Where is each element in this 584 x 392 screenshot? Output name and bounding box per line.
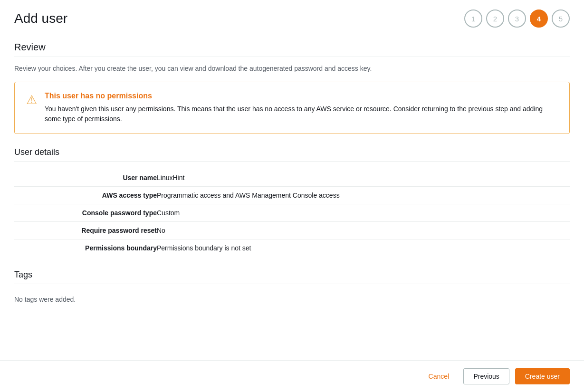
table-row: User name LinuxHint (14, 169, 570, 187)
tags-divider (14, 284, 570, 284)
field-value-username: LinuxHint (157, 169, 570, 187)
footer: Cancel Previous Create user (0, 360, 584, 392)
review-description: Review your choices. After you create th… (14, 65, 570, 72)
cancel-button[interactable]: Cancel (420, 369, 458, 384)
user-details-title: User details (14, 147, 570, 157)
table-row: Permissions boundary Permissions boundar… (14, 239, 570, 257)
step-5[interactable]: 5 (552, 10, 570, 28)
field-label-access-type: AWS access type (14, 187, 157, 204)
field-label-permissions-boundary: Permissions boundary (14, 239, 157, 257)
warning-box: ⚠ This user has no permissions You haven… (14, 82, 570, 134)
field-label-username: User name (14, 169, 157, 187)
field-value-password-reset: No (157, 222, 570, 239)
step-3[interactable]: 3 (508, 10, 526, 28)
stepper: 1 2 3 4 5 (464, 10, 570, 28)
table-row: Console password type Custom (14, 204, 570, 222)
field-value-password-type: Custom (157, 204, 570, 222)
previous-button[interactable]: Previous (463, 368, 509, 384)
page-title: Add user (14, 11, 67, 26)
step-2[interactable]: 2 (486, 10, 504, 28)
create-user-button[interactable]: Create user (515, 368, 570, 384)
tags-section: Tags No tags were added. (14, 270, 570, 307)
header-row: Add user 1 2 3 4 5 (14, 10, 570, 28)
field-label-password-reset: Require password reset (14, 222, 157, 239)
review-title: Review (14, 42, 570, 53)
user-details-section: User details User name LinuxHint AWS acc… (14, 147, 570, 257)
user-details-divider (14, 161, 570, 162)
warning-body: You haven't given this user any permissi… (45, 104, 558, 124)
field-value-permissions-boundary: Permissions boundary is not set (157, 239, 570, 257)
review-section: Review Review your choices. After you cr… (14, 42, 570, 134)
no-tags-message: No tags were added. (14, 292, 570, 307)
step-4[interactable]: 4 (530, 10, 548, 28)
warning-content: This user has no permissions You haven't… (45, 92, 558, 124)
step-1[interactable]: 1 (464, 10, 482, 28)
user-details-table: User name LinuxHint AWS access type Prog… (14, 169, 570, 257)
field-value-access-type: Programmatic access and AWS Management C… (157, 187, 570, 204)
table-row: AWS access type Programmatic access and … (14, 187, 570, 204)
field-label-password-type: Console password type (14, 204, 157, 222)
review-divider (14, 57, 570, 57)
table-row: Require password reset No (14, 222, 570, 239)
page-container: Add user 1 2 3 4 5 Review Review your ch… (0, 0, 584, 307)
warning-icon: ⚠ (26, 93, 37, 107)
warning-title: This user has no permissions (45, 92, 558, 100)
tags-title: Tags (14, 270, 570, 280)
